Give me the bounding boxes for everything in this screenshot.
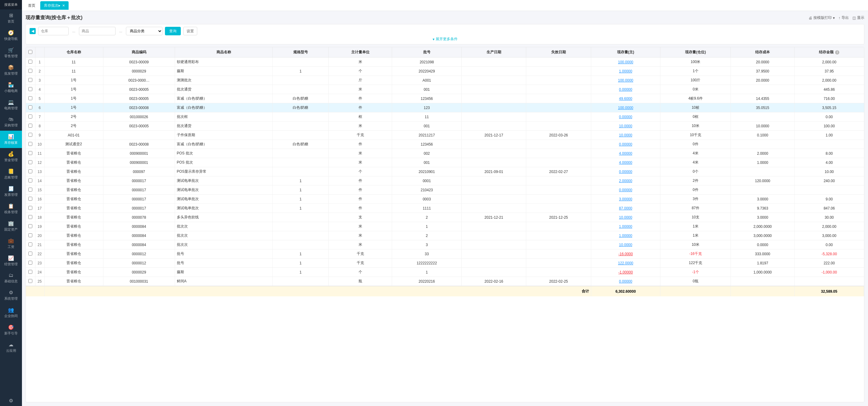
row-qty-main[interactable]: 100.0000 bbox=[591, 103, 660, 112]
row-qty-main[interactable]: 2.00000 bbox=[591, 176, 660, 185]
row-checkbox[interactable] bbox=[28, 261, 32, 265]
row-qty-main[interactable]: 10.0000 bbox=[591, 131, 660, 140]
sidebar-item-biz[interactable]: 📈 经营管理 bbox=[0, 252, 22, 270]
row-qty-main[interactable]: 4.00000 bbox=[591, 149, 660, 158]
sidebar-item-general[interactable]: 📒 总账管理 bbox=[0, 165, 22, 183]
row-checkbox[interactable] bbox=[28, 78, 32, 82]
row-qty-main[interactable]: 1.00000 bbox=[591, 222, 660, 231]
row-checkbox[interactable] bbox=[28, 114, 32, 119]
sidebar-item-wholesale[interactable]: 📦 批发管理 bbox=[0, 62, 22, 79]
sidebar-item-invoice[interactable]: 🧾 发票管理 bbox=[0, 183, 22, 200]
tab-batch[interactable]: 库存批次▸ ✕ bbox=[40, 1, 69, 10]
row-unit-cost bbox=[731, 140, 795, 149]
row-qty-main[interactable]: 87.0000 bbox=[591, 204, 660, 213]
row-checkbox[interactable] bbox=[28, 142, 32, 146]
row-checkbox[interactable] bbox=[28, 69, 32, 73]
row-unit-cost: 3.0000 bbox=[731, 213, 795, 222]
sidebar-item-retail[interactable]: 🛒 零售管理 bbox=[0, 44, 22, 62]
row-qty-main[interactable]: 0.00000 bbox=[591, 112, 660, 122]
row-warehouse: 晋省粮仓 bbox=[44, 176, 103, 185]
row-checkbox[interactable] bbox=[28, 124, 32, 128]
sidebar-item-tax[interactable]: 📋 税务管理 bbox=[0, 200, 22, 217]
sidebar-item-sys[interactable]: ⚙ 系统管理 bbox=[0, 286, 22, 304]
tab-batch-close-icon[interactable]: ✕ bbox=[62, 1, 65, 10]
row-qty-main[interactable]: 100.0000 bbox=[591, 58, 660, 67]
row-spec bbox=[273, 277, 329, 286]
search-button[interactable]: 查询 bbox=[165, 27, 181, 35]
row-qty-main[interactable]: 0.00000 bbox=[591, 167, 660, 176]
sidebar-item-quick-nav[interactable]: 🧭 快捷导航 bbox=[0, 27, 22, 44]
row-checkbox[interactable] bbox=[28, 197, 32, 201]
row-checkbox[interactable] bbox=[28, 215, 32, 219]
row-qty-main[interactable]: -16.0000 bbox=[591, 249, 660, 259]
row-qty-main[interactable]: 0.00000 bbox=[591, 277, 660, 286]
row-checkbox[interactable] bbox=[28, 270, 32, 274]
select-all-checkbox[interactable] bbox=[28, 50, 32, 54]
row-checkbox[interactable] bbox=[28, 133, 32, 137]
row-unit: 米 bbox=[329, 149, 392, 158]
row-qty-main[interactable]: 10.0000 bbox=[591, 213, 660, 222]
setting-button[interactable]: 设置 bbox=[183, 27, 197, 35]
row-checkbox[interactable] bbox=[28, 169, 32, 173]
row-checkbox[interactable] bbox=[28, 160, 32, 164]
row-batch-no: 2021098 bbox=[392, 58, 462, 67]
sidebar-item-hr[interactable]: 💼 工资 bbox=[0, 235, 22, 252]
sidebar-item-cloud[interactable]: ☁ 云应用 bbox=[0, 339, 22, 356]
row-checkbox-cell bbox=[26, 58, 35, 67]
row-qty-main[interactable]: 1.00000 bbox=[591, 67, 660, 76]
row-checkbox[interactable] bbox=[28, 60, 32, 64]
print-action[interactable]: 🖨 按模版打印 ▾ bbox=[809, 15, 835, 21]
row-qty-main[interactable]: -1.00000 bbox=[591, 268, 660, 277]
sidebar-item-newbie[interactable]: 🎯 新手引导 bbox=[0, 321, 22, 339]
row-checkbox[interactable] bbox=[28, 224, 32, 228]
general-icon: 📒 bbox=[8, 168, 14, 174]
row-qty-main[interactable]: 4.00000 bbox=[591, 158, 660, 167]
row-qty-main[interactable]: 0.00000 bbox=[591, 185, 660, 195]
category-select[interactable]: 商品分类 bbox=[126, 27, 162, 35]
row-checkbox[interactable] bbox=[28, 242, 32, 246]
sidebar-item-asset[interactable]: 💰 资金管理 bbox=[0, 148, 22, 165]
sidebar-item-inventory[interactable]: 📊 库存核算 bbox=[0, 131, 22, 148]
row-spec bbox=[273, 158, 329, 167]
sidebar-item-mini-shop[interactable]: 🏪 小额电商 bbox=[0, 79, 22, 96]
row-checkbox[interactable] bbox=[28, 105, 32, 109]
row-checkbox[interactable] bbox=[28, 178, 32, 182]
sidebar-item-collab[interactable]: 👥 企业协同 bbox=[0, 304, 22, 321]
balance-info-icon[interactable]: i bbox=[835, 50, 839, 55]
row-qty-main[interactable]: 10.0000 bbox=[591, 240, 660, 249]
sidebar-item-basic[interactable]: 🗂 基础信息 bbox=[0, 270, 22, 286]
sidebar-logo[interactable]: 搜索菜单 bbox=[0, 0, 22, 9]
export-action[interactable]: ↑ 导出 bbox=[838, 15, 849, 21]
row-qty-main[interactable]: 0.00000 bbox=[591, 140, 660, 149]
sidebar-item-purchase[interactable]: 🛍 采购管理 bbox=[0, 113, 22, 131]
goods-input[interactable] bbox=[79, 27, 116, 35]
row-checkbox[interactable] bbox=[28, 87, 32, 91]
sidebar-item-home[interactable]: ⊞ 首页 bbox=[0, 9, 22, 27]
sidebar-settings[interactable]: ⚙ bbox=[0, 395, 22, 406]
row-qty-main[interactable]: 0.00000 bbox=[591, 85, 660, 94]
row-qty-main[interactable]: 100.0000 bbox=[591, 76, 660, 85]
row-unit-cost: 10.0000 bbox=[731, 122, 795, 131]
row-checkbox[interactable] bbox=[28, 251, 32, 256]
row-checkbox[interactable] bbox=[28, 151, 32, 155]
tab-home[interactable]: 首页 bbox=[24, 1, 39, 10]
sidebar-item-fixed-asset[interactable]: 🏢 固定资产 bbox=[0, 217, 22, 235]
row-checkbox[interactable] bbox=[28, 279, 32, 283]
row-checkbox[interactable] bbox=[28, 206, 32, 210]
row-checkbox[interactable] bbox=[28, 188, 32, 192]
row-checkbox[interactable] bbox=[28, 96, 32, 100]
display-action[interactable]: ◫ 显示 bbox=[852, 15, 864, 21]
row-qty-main[interactable]: 3.00000 bbox=[591, 195, 660, 204]
row-unit-cost: 0.1000 bbox=[731, 131, 795, 140]
sidebar-item-ecommerce[interactable]: 💻 电商管理 bbox=[0, 96, 22, 113]
row-qty-main[interactable]: 10.0000 bbox=[591, 122, 660, 131]
row-qty-main[interactable]: 49.6000 bbox=[591, 94, 660, 103]
collapse-button[interactable]: ◀ bbox=[30, 28, 36, 34]
row-qty-main[interactable]: 122.0000 bbox=[591, 259, 660, 268]
row-qty-main[interactable]: 1.00000 bbox=[591, 231, 660, 240]
expand-button[interactable]: ▾ 展开更多条件 bbox=[433, 37, 458, 42]
home-icon: ⊞ bbox=[9, 12, 13, 18]
row-no: 16 bbox=[35, 195, 44, 204]
row-checkbox[interactable] bbox=[28, 233, 32, 237]
warehouse-input[interactable] bbox=[38, 27, 69, 35]
